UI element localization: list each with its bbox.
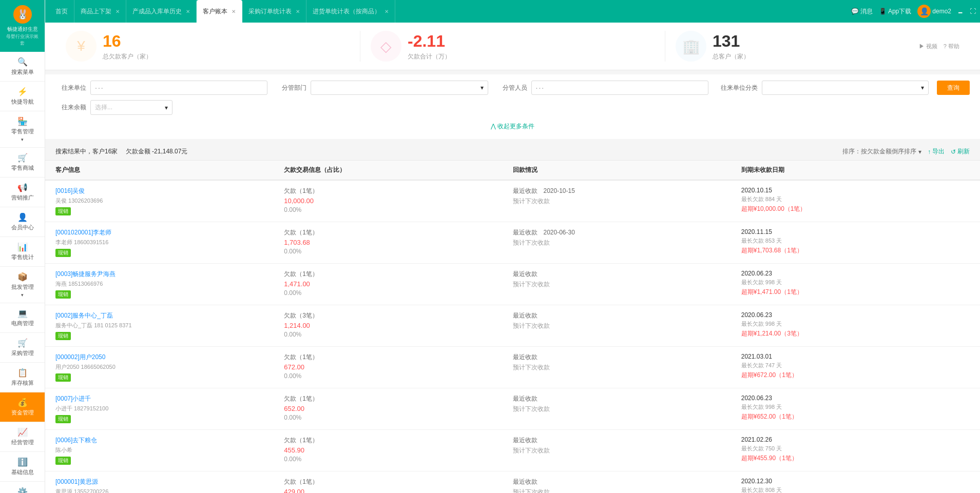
debt-amount-icon: ◇ [371,31,401,62]
tab-close-purchase-order[interactable]: ✕ [296,9,300,14]
tab-purchase-order[interactable]: 采购订单统计表✕ [242,0,306,23]
sidebar-item-base-info[interactable]: ℹ️基础信息 [0,452,45,482]
app-download-button[interactable]: 📱 App下载 [879,7,911,16]
sort-chevron-icon: ▾ [918,148,921,155]
sidebar-item-marketing[interactable]: 📢营销推广 [0,178,45,207]
person-dots: ··· [536,84,545,92]
sidebar-item-capital-mgmt[interactable]: 💰资金管理 [0,392,45,422]
due-date-3: 2020.06.23 [741,311,970,319]
tab-close-product-history[interactable]: ✕ [186,9,190,14]
sidebar-item-ecommerce[interactable]: 💻电商管理 [0,303,45,333]
customer-tag-1: 现销 [55,249,71,257]
sidebar-item-retail-mall[interactable]: 🛒零售商城 [0,148,45,178]
overdue-amount-link-3[interactable]: 超期¥1,214.00（3笔） [741,329,970,338]
dept-select[interactable]: ▾ [311,81,488,95]
unit-category-select[interactable]: ▾ [762,81,929,95]
sidebar-item-purchase-mgmt[interactable]: 🛒采购管理 [0,333,45,363]
overdue-amount-link-1[interactable]: 超期¥1,703.68（1笔） [741,246,970,255]
tab-product-shelf[interactable]: 商品上下架✕ [74,0,126,23]
overdue-amount-link-2[interactable]: 超期¥1,471.00（1笔） [741,288,970,297]
from-unit-input[interactable]: ··· [90,81,267,95]
overdue-amount-link-4[interactable]: 超期¥672.00（1笔） [741,371,970,380]
tab-close-purchase-stats[interactable]: ✕ [385,9,389,14]
person-input[interactable]: ··· [531,81,708,95]
debt-count-4: 欠款（1笔） [284,353,512,362]
sidebar-item-batch-mgmt[interactable]: 📦批发管理▾ [0,267,45,303]
debt-percent-3: 0.00% [284,331,512,338]
sidebar-item-system-mgmt[interactable]: ⚙️系统管理 [0,482,45,493]
quick-nav-icon: ⚡ [17,87,28,96]
last-payment-label-1: 最近收款 2020-06-30 [513,228,741,237]
customer-tag-2: 现销 [55,290,71,299]
balance-select[interactable]: 选择... ▾ [90,100,172,115]
minimize-button[interactable]: 🗕 [957,8,964,15]
phone-icon: 📱 [879,8,887,15]
user-avatar-button[interactable]: 👤 demo2 [917,5,951,18]
tab-customer-account[interactable]: 客户账本✕ [197,0,242,23]
total-customers-number: 131 [713,31,750,51]
tab-close-customer-account[interactable]: ✕ [232,9,236,14]
refresh-button[interactable]: ↺ 刷新 [951,147,970,156]
customer-tag-4: 现销 [55,373,71,382]
sidebar-logo[interactable]: 🐰 畅捷通好生意 母婴行业演示账套 [0,0,45,52]
sidebar-item-inventory[interactable]: 📋库存核算 [0,363,45,392]
customer-name-4[interactable]: [000002]用户2050 [55,353,284,362]
tab-home[interactable]: 首页 [49,0,74,23]
filter-row-2: 往来余额 选择... ▾ [55,100,970,115]
refresh-icon: ↺ [951,148,956,155]
overdue-days-7: 最长欠款 808 天 [741,486,970,493]
collapse-row[interactable]: ⋀ 收起更多条件 [55,120,970,133]
sidebar-item-member-center[interactable]: 👤会员中心 [0,207,45,237]
video-button[interactable]: ▶ 视频 [919,43,937,50]
customer-name-2[interactable]: [0003]畅捷服务尹海燕 [55,270,284,279]
customer-name-5[interactable]: [0007]小进千 [55,395,284,403]
sidebar-item-retail-mgmt[interactable]: 🏪零售管理▾ [0,111,45,148]
table-row-1: [0001020001]李老师 李老师 18600391516 现销 欠款（1笔… [45,222,980,264]
sidebar-item-search-menu[interactable]: 🔍搜索菜单 [0,52,45,82]
system-mgmt-icon: ⚙️ [17,487,28,493]
chevron-down-icon-3: ▾ [165,104,168,111]
help-button[interactable]: ? 帮助 [944,43,959,50]
next-payment-label-5: 预计下次收款 [513,405,741,413]
overdue-amount-link-6[interactable]: 超期¥455.90（1笔） [741,454,970,463]
topbar-tabs: 首页商品上下架✕产成品入库单历史✕客户账本✕采购订单统计表✕进货单统计表（按商品… [49,0,851,23]
tab-close-product-shelf[interactable]: ✕ [116,9,120,14]
table-row-0: [0016]吴俊 吴俊 13026203696 现销 欠款（1笔） 10,000… [45,181,980,222]
overdue-amount-link-5[interactable]: 超期¥652.00（1笔） [741,412,970,421]
overdue-info-4: 2021.03.01 最长欠款 747 天 超期¥672.00（1笔） [741,353,970,380]
sidebar-item-retail-stats[interactable]: 📊零售统计 [0,237,45,267]
overdue-amount-link-0[interactable]: 超期¥10,000.00（1笔） [741,205,970,213]
sort-select[interactable]: 排序：按欠款金额倒序排序 ▾ [842,147,921,156]
debt-count-1: 欠款（1笔） [284,228,512,237]
tab-product-history[interactable]: 产成品入库单历史✕ [126,0,197,23]
debt-amount-1: 1,703.68 [284,239,512,246]
sidebar-item-ops-mgmt[interactable]: 📈经营管理 [0,422,45,452]
next-payment-label-0: 预计下次收款 [513,197,741,206]
results-actions: 排序：按欠款金额倒序排序 ▾ ↑ 导出 ↺ 刷新 [842,147,970,156]
due-date-5: 2020.06.23 [741,395,970,402]
debt-amount-5: 652.00 [284,405,512,412]
results-count-text: 搜索结果中，客户16家 [55,148,118,155]
export-button[interactable]: ↑ 导出 [928,147,945,156]
search-button[interactable]: 查询 [937,81,970,95]
customer-phone-4: 用户2050 18665062050 [55,363,284,371]
customer-name-3[interactable]: [0002]服务中心_丁磊 [55,311,284,320]
sidebar-item-quick-nav[interactable]: ⚡快捷导航 [0,82,45,111]
customer-name-7[interactable]: [000001]黄思源 [55,478,284,486]
debt-percent-1: 0.00% [284,248,512,255]
debt-count-3: 欠款（3笔） [284,311,512,320]
balance-field: 往来余额 选择... ▾ [55,100,970,115]
table-header-col-3: 到期未收款日期 [741,166,970,174]
due-date-2: 2020.06.23 [741,270,970,277]
customer-name-1[interactable]: [0001020001]李老师 [55,228,284,237]
overdue-days-0: 最长欠款 884 天 [741,195,970,203]
customer-name-0[interactable]: [0016]吴俊 [55,187,284,195]
maximize-button[interactable]: ⛶ [970,8,976,15]
message-button[interactable]: 💬 消息 [851,7,873,16]
customer-info-1: [0001020001]李老师 李老师 18600391516 现销 [55,228,284,257]
customer-name-6[interactable]: [0006]去下粮仓 [55,436,284,445]
tab-label-customer-account: 客户账本 [203,7,227,16]
customer-phone-2: 海燕 18513066976 [55,280,284,288]
app-subtitle: 母婴行业演示账套 [4,33,41,47]
tab-purchase-stats[interactable]: 进货单统计表（按商品）✕ [306,0,395,23]
